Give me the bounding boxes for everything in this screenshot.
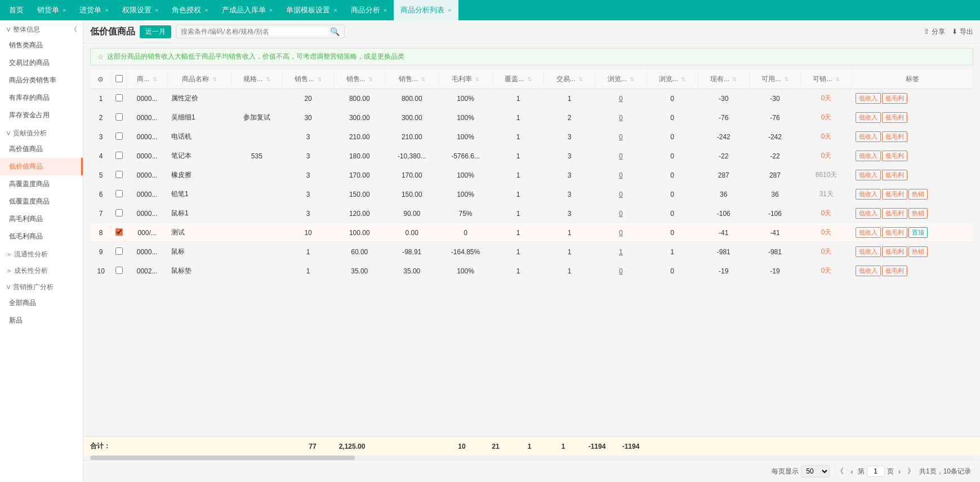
nav-permissions[interactable]: 权限设置 ×	[115, 0, 165, 20]
cell-name: 属性定价	[168, 89, 231, 108]
cell-profit-rate: 100%	[439, 262, 493, 281]
cell-current-stock: -30	[698, 89, 749, 108]
sidebar-item-low-profit[interactable]: 低毛利商品	[0, 228, 83, 245]
nav-home[interactable]: 首页	[2, 0, 30, 20]
view1-link[interactable]: 0	[619, 229, 623, 237]
close-icon[interactable]: ×	[105, 7, 108, 14]
nav-analysis-list[interactable]: 商品分析列表 ×	[394, 0, 458, 20]
cell-num: 6	[90, 185, 112, 204]
close-icon[interactable]: ×	[448, 7, 451, 14]
col-checkbox	[112, 70, 126, 89]
cell-available: -106	[749, 204, 800, 223]
row-checkbox[interactable]	[115, 171, 123, 178]
cell-available: 36	[749, 185, 800, 204]
cell-coverage: 1	[492, 204, 544, 223]
cell-trade: 2	[544, 108, 595, 127]
close-icon[interactable]: ×	[63, 7, 66, 14]
sidebar-item-sales-goods[interactable]: 销售类商品	[0, 37, 83, 54]
view1-link[interactable]: 0	[619, 210, 623, 218]
scrollbar-thumb[interactable]	[90, 456, 355, 460]
tag: 低毛利	[882, 112, 907, 123]
cell-checkbox	[112, 242, 126, 262]
close-icon[interactable]: ×	[384, 7, 387, 14]
view1-link[interactable]: 0	[619, 114, 623, 122]
nav-roles[interactable]: 角色授权 ×	[165, 0, 215, 20]
sidebar-item-all-goods[interactable]: 全部商品	[0, 294, 83, 312]
row-checkbox[interactable]	[115, 132, 123, 140]
export-button[interactable]: ⬇ 导出	[952, 27, 973, 37]
row-checkbox[interactable]	[115, 152, 123, 159]
collapse-icon[interactable]: 《	[70, 25, 77, 34]
row-checkbox[interactable]	[115, 247, 123, 255]
close-icon[interactable]: ×	[155, 7, 158, 14]
cell-view2: 0	[647, 185, 698, 204]
sidebar-item-high-value[interactable]: 高价值商品	[0, 140, 83, 158]
sidebar-group-marketing: ∨ 营销推广分析	[0, 278, 83, 294]
nav-inventory[interactable]: 产成品入库单 ×	[215, 0, 279, 20]
cell-view1: 1	[595, 242, 647, 262]
cell-sale-qty: 3	[282, 147, 333, 166]
nav-analysis[interactable]: 商品分析 ×	[344, 0, 394, 20]
close-icon[interactable]: ×	[204, 7, 208, 14]
table-row: 2 0000... 吴细细1 参加复试 30 300.00 300.00 100…	[90, 108, 973, 127]
cell-spec	[231, 127, 282, 147]
row-checkbox[interactable]	[115, 267, 123, 274]
cell-sale-amount: 800.00	[334, 89, 385, 108]
tag: 低收入	[856, 227, 881, 238]
sidebar-item-high-profit[interactable]: 高毛利商品	[0, 210, 83, 228]
sidebar-item-low-coverage[interactable]: 低覆盖度商品	[0, 193, 83, 210]
last-page-button[interactable]: 》	[905, 465, 917, 477]
page-input[interactable]	[867, 466, 885, 477]
view1-link[interactable]: 0	[619, 95, 623, 103]
row-checkbox[interactable]	[115, 228, 123, 236]
close-icon[interactable]: ×	[269, 7, 273, 14]
sidebar-item-in-stock[interactable]: 有库存的商品	[0, 89, 83, 107]
col-available: 可用... ⇅	[749, 70, 800, 89]
cell-sale-qty: 3	[282, 185, 333, 204]
sidebar-item-low-value[interactable]: 低价值商品	[0, 158, 83, 175]
sidebar-item-high-coverage[interactable]: 高覆盖度商品	[0, 175, 83, 193]
cell-view2: 0	[647, 89, 698, 108]
cell-code: 0000...	[126, 185, 168, 204]
view1-link[interactable]: 0	[619, 152, 623, 160]
row-checkbox[interactable]	[115, 190, 123, 197]
nav-template[interactable]: 单据模板设置 ×	[279, 0, 344, 20]
share-button[interactable]: ⇧ 分享	[924, 27, 945, 37]
page-label: 第	[858, 467, 865, 476]
horizontal-scrollbar[interactable]	[90, 456, 973, 460]
first-page-button[interactable]: 《	[834, 465, 846, 477]
view1-link[interactable]: 0	[619, 191, 623, 198]
row-checkbox[interactable]	[115, 113, 123, 121]
cell-view1: 0	[595, 108, 647, 127]
select-all-checkbox[interactable]	[115, 75, 123, 82]
table-row: 1 0000... 属性定价 20 800.00 800.00 100% 1 1…	[90, 89, 973, 108]
cell-current-stock: -22	[698, 147, 749, 166]
cell-tags: 低收入低毛利	[852, 262, 973, 281]
table-footer: 合计： 77 2,125.00 10 21 1 1 -1194 -1194	[83, 436, 980, 456]
view1-link[interactable]: 0	[619, 133, 623, 141]
search-input[interactable]	[181, 28, 328, 36]
close-icon[interactable]: ×	[333, 7, 337, 14]
tag: 低毛利	[882, 170, 907, 180]
sidebar-group-label: ∨ 贡献值分析	[6, 129, 47, 138]
filter-button[interactable]: 近一月	[140, 25, 171, 38]
cell-sale-profit: 300.00	[385, 108, 439, 127]
sidebar-item-stock-capital[interactable]: 库存资金占用	[0, 107, 83, 124]
prev-page-button[interactable]: ‹	[848, 466, 855, 477]
cell-code: 0000...	[126, 166, 168, 185]
sidebar-item-traded-goods[interactable]: 交易过的商品	[0, 54, 83, 72]
row-checkbox[interactable]	[115, 209, 123, 216]
row-checkbox[interactable]	[115, 94, 123, 101]
view1-link[interactable]: 0	[619, 171, 623, 179]
next-page-button[interactable]: ›	[896, 466, 903, 477]
sidebar-item-category-rate[interactable]: 商品分类销售率	[0, 72, 83, 89]
tag: 低收入	[856, 189, 881, 200]
col-settings[interactable]: ⚙	[90, 70, 112, 89]
nav-sales[interactable]: 销货单 ×	[30, 0, 73, 20]
page-size-select: 每页显示 50 100 200	[772, 465, 830, 477]
view1-link[interactable]: 0	[619, 267, 623, 275]
nav-purchase[interactable]: 进货单 ×	[73, 0, 115, 20]
view1-link[interactable]: 1	[619, 248, 623, 256]
sidebar-item-new-goods[interactable]: 新品	[0, 312, 83, 329]
page-size-dropdown[interactable]: 50 100 200	[801, 465, 830, 477]
